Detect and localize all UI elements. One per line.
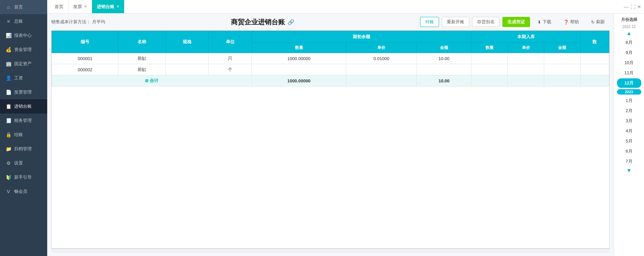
- window-close-button[interactable]: ✕: [637, 4, 641, 9]
- sidebar-item-member[interactable]: V 畅会员: [0, 184, 47, 199]
- month-item-2023-3[interactable]: 3月: [617, 116, 641, 126]
- tab-invoice-label: 发票: [73, 4, 82, 10]
- month-item-2023-6[interactable]: 6月: [617, 147, 641, 156]
- table-row: 000002 前缸 个: [52, 64, 609, 75]
- month-item-12[interactable]: 12月: [617, 78, 641, 88]
- download-icon: ⬇: [537, 20, 541, 25]
- month-item-10[interactable]: 10月: [617, 58, 641, 68]
- sidebar-label-ledger: 总账: [14, 18, 23, 24]
- month-item-2023-4[interactable]: 4月: [617, 126, 641, 136]
- table-container: 编号 名称 规格 单位 期初余额 本期入库 数 数量 单价 金额 数: [51, 30, 610, 249]
- month-scroll-up-button[interactable]: ▲: [625, 29, 633, 37]
- sidebar-item-report[interactable]: 📊 报表中心: [0, 28, 47, 43]
- page-header: 销售成本计算方法： 月平均 商贸企业进销台账 🔗 对账 重新开账 存货别名 生成…: [51, 17, 610, 27]
- cell-unit: 只: [209, 53, 252, 64]
- sidebar-label-stock-ledger: 进销台账: [14, 103, 32, 109]
- tab-bar: 首页 发票 ✕ 进销台账 ✕ — ⛶ ✕: [47, 0, 644, 14]
- month-panel: 月份选择 2022.12 ▲ 8月 9月 10月 11月 12月 2023 1月…: [614, 14, 644, 256]
- sidebar-label-salary: 工资: [14, 75, 23, 81]
- month-scroll-down-button[interactable]: ▼: [625, 167, 633, 175]
- col-subheader-open-price: 单价: [346, 43, 417, 53]
- footer-scrollbar[interactable]: [51, 249, 610, 253]
- generate-voucher-button[interactable]: 生成凭证: [502, 17, 530, 27]
- sidebar-item-close[interactable]: 🔒 结账: [0, 128, 47, 142]
- window-controls: — ⛶ ✕: [624, 4, 641, 9]
- total-label-cell: ⊞ 合计: [52, 75, 252, 86]
- home-icon: ⌂: [5, 4, 11, 10]
- col-header-opening: 期初余额: [252, 31, 471, 43]
- download-button[interactable]: ⬇ 下载: [533, 17, 556, 27]
- sidebar-label-guide: 新手引导: [14, 174, 32, 180]
- report-icon: 📊: [5, 33, 11, 38]
- month-item-9[interactable]: 9月: [617, 48, 641, 57]
- cost-method: 销售成本计算方法： 月平均: [51, 19, 105, 25]
- page-content: 销售成本计算方法： 月平均 商贸企业进销台账 🔗 对账 重新开账 存货别名 生成…: [47, 14, 644, 256]
- sidebar-label-home: 首页: [14, 4, 23, 10]
- help-button[interactable]: ❓ 帮助: [559, 17, 584, 27]
- sidebar-item-ledger[interactable]: ≡ 总账: [0, 14, 47, 28]
- table-row: 000001 前缸 只 1000.00000 0.01000 10.00: [52, 53, 609, 64]
- sidebar-label-assets: 固定资产: [14, 61, 32, 67]
- cell-in-amount: [544, 53, 581, 64]
- month-item-2023-7[interactable]: 7月: [617, 157, 641, 166]
- reconcile-button[interactable]: 对账: [420, 17, 439, 27]
- tab-stock-ledger-close[interactable]: ✕: [116, 4, 119, 9]
- sidebar-item-guide[interactable]: 🔰 新手引导: [0, 170, 47, 184]
- col-header-id: 编号: [52, 31, 118, 53]
- cell-spec: [166, 53, 208, 64]
- cost-method-value: 月平均: [92, 19, 105, 24]
- window-maximize-button[interactable]: ⛶: [631, 4, 635, 9]
- save-alias-button[interactable]: 存货别名: [472, 17, 500, 27]
- total-in-price: [508, 75, 544, 86]
- stock-icon: 📋: [5, 104, 11, 109]
- month-panel-title: 月份选择: [621, 16, 637, 24]
- col-header-unit: 单位: [209, 31, 252, 53]
- sidebar-item-finance[interactable]: 💰 资金管理: [0, 43, 47, 57]
- sidebar-item-salary[interactable]: 👤 工资: [0, 71, 47, 85]
- sidebar-item-invoice-mgmt[interactable]: 📄 发票管理: [0, 85, 47, 99]
- window-minimize-button[interactable]: —: [624, 4, 628, 9]
- tab-home-label: 首页: [55, 4, 63, 10]
- finance-icon: 💰: [5, 47, 11, 52]
- content-main: 销售成本计算方法： 月平均 商贸企业进销台账 🔗 对账 重新开账 存货别名 生成…: [47, 14, 614, 256]
- tab-invoice[interactable]: 发票 ✕: [68, 0, 92, 13]
- sidebar-label-report: 报表中心: [14, 32, 32, 39]
- sidebar-item-archive[interactable]: 📁 归档管理: [0, 142, 47, 156]
- salary-icon: 👤: [5, 75, 11, 81]
- month-item-2023-5[interactable]: 5月: [617, 136, 641, 146]
- sidebar: ⌂ 首页 ≡ 总账 📊 报表中心 💰 资金管理 🏢 固定资产 👤 工资 📄 发票…: [0, 0, 47, 256]
- month-item-2023-1[interactable]: 1月: [617, 96, 641, 105]
- stock-table: 编号 名称 规格 单位 期初余额 本期入库 数 数量 单价 金额 数: [52, 31, 609, 86]
- sidebar-label-invoice-mgmt: 发票管理: [14, 89, 32, 95]
- assets-icon: 🏢: [5, 61, 11, 67]
- total-in-amount: [544, 75, 581, 86]
- reopen-button[interactable]: 重新开账: [442, 17, 469, 27]
- gear-icon: ⚙: [5, 160, 11, 166]
- sidebar-item-assets[interactable]: 🏢 固定资产: [0, 57, 47, 71]
- cost-method-label: 销售成本计算方法：: [51, 19, 91, 24]
- cell-name: 前缸: [118, 64, 166, 75]
- cell-extra: [580, 53, 609, 64]
- month-item-11[interactable]: 11月: [617, 68, 641, 78]
- refresh-icon: ↻: [591, 20, 595, 25]
- sidebar-item-stock-ledger[interactable]: 📋 进销台账: [0, 99, 47, 113]
- cell-open-qty: [252, 64, 346, 75]
- total-row: ⊞ 合计 1000.00000 10.00: [52, 75, 609, 86]
- cell-in-qty: [471, 64, 508, 75]
- page-title-area: 商贸企业进销台账 🔗: [231, 18, 294, 27]
- cell-open-amount: [417, 64, 471, 75]
- cell-id: 000002: [52, 64, 118, 75]
- total-open-amount: 10.00: [417, 75, 471, 86]
- refresh-button[interactable]: ↻ 刷新: [586, 17, 610, 27]
- info-icon[interactable]: 🔗: [288, 19, 294, 25]
- sidebar-item-tax[interactable]: 🧾 税务管理: [0, 113, 47, 128]
- month-item-2023-2[interactable]: 2月: [617, 106, 641, 116]
- month-item-8[interactable]: 8月: [617, 38, 641, 47]
- tab-home[interactable]: 首页: [50, 0, 68, 13]
- cell-name: 前缸: [118, 53, 166, 64]
- tab-stock-ledger[interactable]: 进销台账 ✕: [92, 0, 124, 13]
- sidebar-item-home[interactable]: ⌂ 首页: [0, 0, 47, 14]
- tab-invoice-close[interactable]: ✕: [84, 4, 87, 9]
- sidebar-label-close: 结账: [14, 132, 23, 138]
- sidebar-item-settings[interactable]: ⚙ 设置: [0, 156, 47, 170]
